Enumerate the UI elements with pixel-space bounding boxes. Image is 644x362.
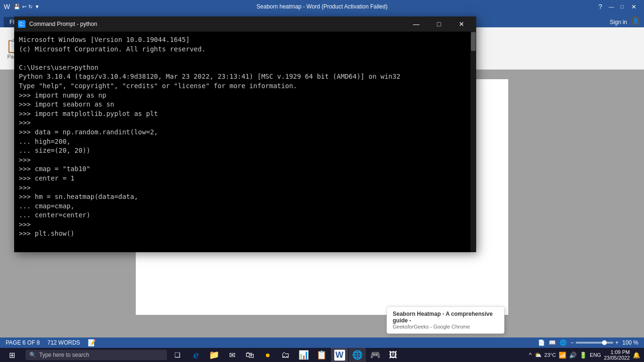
cmd-titlebar-controls: — □ ✕ bbox=[405, 17, 472, 31]
cmd-app-icon: C: bbox=[18, 20, 25, 28]
language-indicator: ENG bbox=[590, 352, 601, 358]
taskbar-app6[interactable]: 📊 bbox=[295, 348, 312, 362]
cmd-body[interactable]: Microsoft Windows [Version 10.0.19044.16… bbox=[14, 32, 476, 252]
status-bar-right: 📄 📖 🌐 − + 100 % bbox=[538, 339, 638, 346]
help-button[interactable]: ? bbox=[596, 3, 605, 10]
window-title: Seaborn heatmap - Word (Product Activati… bbox=[256, 3, 388, 10]
wifi-icon: 📶 bbox=[559, 352, 566, 359]
taskbar-mail[interactable]: ✉ bbox=[223, 348, 240, 362]
cmd-window-title: Command Prompt - python bbox=[29, 21, 97, 27]
taskbar-apps: ℯ 📁 ✉ 🛍 ● 🗂 📊 📋 W 🌐 🎮 bbox=[188, 348, 402, 362]
status-bar-left: PAGE 6 OF 8 712 WORDS 📝 bbox=[6, 339, 96, 346]
taskbar-store[interactable]: 🛍 bbox=[241, 348, 258, 362]
taskbar-app10[interactable]: 🖼 bbox=[385, 348, 402, 362]
taskbar: ⊞ 🔍 Type here to search ❑ ℯ 📁 ✉ 🛍 ● 🗂 📊 bbox=[0, 348, 644, 362]
maximize-button[interactable]: □ bbox=[618, 4, 627, 9]
search-icon: 🔍 bbox=[29, 352, 36, 358]
cmd-maximize-button[interactable]: □ bbox=[428, 17, 450, 31]
view-print-layout[interactable]: 📄 bbox=[538, 339, 545, 346]
tooltip-title: Seaborn Heatmap - A comprehensive guide … bbox=[393, 311, 498, 324]
minimize-button[interactable]: — bbox=[606, 4, 617, 9]
zoom-thumb bbox=[602, 340, 607, 345]
taskbar-chrome[interactable]: ● bbox=[259, 348, 276, 362]
word-taskbar-icon: W bbox=[334, 350, 345, 361]
title-bar-controls: ? — □ ✕ bbox=[596, 3, 644, 10]
cmd-scrollbar[interactable] bbox=[471, 32, 476, 252]
close-button[interactable]: ✕ bbox=[627, 3, 640, 10]
word-count: 712 WORDS bbox=[47, 339, 80, 346]
edge-icon: ℯ bbox=[193, 349, 199, 361]
tooltip-subtitle: GeeksforGeeks - Google Chrome bbox=[393, 324, 498, 329]
taskbar-edge[interactable]: ℯ bbox=[188, 348, 205, 362]
taskbar-word[interactable]: W bbox=[331, 348, 348, 362]
search-placeholder-text: Type here to search bbox=[39, 352, 89, 358]
weather-temp: 23°C bbox=[545, 352, 556, 358]
zoom-out[interactable]: − bbox=[570, 339, 574, 346]
sound-icon: 🔊 bbox=[569, 352, 577, 359]
taskbar-filemanager[interactable]: 🗂 bbox=[277, 348, 294, 362]
taskbar-time-display: 1:09 PM bbox=[604, 349, 630, 355]
app9-icon: 🎮 bbox=[370, 350, 380, 360]
qat-undo[interactable]: ↩ bbox=[22, 4, 26, 10]
zoom-slider[interactable] bbox=[576, 342, 613, 344]
zoom-in[interactable]: + bbox=[615, 339, 619, 346]
filemanager-icon: 🗂 bbox=[281, 350, 290, 360]
cmd-minimize-button[interactable]: — bbox=[405, 17, 427, 31]
page-count: PAGE 6 OF 8 bbox=[6, 339, 40, 346]
chrome2-icon: 🌐 bbox=[352, 350, 363, 360]
taskbar-right: ^ ⛅ 23°C 📶 🔊 🔋 ENG 1:09 PM 23/05/2022 🔔 bbox=[529, 349, 644, 361]
taskbar-app7[interactable]: 📋 bbox=[313, 348, 330, 362]
windows-logo: ⊞ bbox=[9, 351, 15, 360]
taskbar-chrome2[interactable]: 🌐 bbox=[349, 348, 366, 362]
status-bar: PAGE 6 OF 8 712 WORDS 📝 📄 📖 🌐 − + 100 % bbox=[0, 337, 644, 348]
file-explorer-icon: 📁 bbox=[209, 350, 219, 360]
app10-icon: 🖼 bbox=[389, 350, 397, 360]
view-read-mode[interactable]: 📖 bbox=[549, 339, 556, 346]
title-bar-left: W 💾 ↩ ↻ ▼ bbox=[0, 3, 40, 10]
taskbar-app9[interactable]: 🎮 bbox=[367, 348, 384, 362]
task-view-button[interactable]: ❑ bbox=[169, 348, 186, 362]
task-view-icon: ❑ bbox=[174, 351, 181, 359]
start-button[interactable]: ⊞ bbox=[0, 348, 24, 362]
qat-more[interactable]: ▼ bbox=[34, 4, 40, 9]
taskbar-search-bar[interactable]: 🔍 Type here to search bbox=[25, 350, 167, 360]
battery-icon: 🔋 bbox=[579, 352, 587, 359]
qat-save[interactable]: 💾 bbox=[14, 4, 20, 10]
zoom-control: − + 100 % bbox=[570, 339, 638, 346]
app6-icon: 📊 bbox=[298, 350, 309, 360]
user-avatar: 👤 bbox=[631, 16, 640, 25]
mail-icon: ✉ bbox=[229, 351, 235, 360]
app7-icon: 📋 bbox=[316, 350, 327, 360]
chevron-up-icon[interactable]: ^ bbox=[529, 352, 532, 358]
cmd-close-button[interactable]: ✕ bbox=[451, 17, 472, 31]
store-icon: 🛍 bbox=[246, 350, 254, 360]
cmd-titlebar: C: Command Prompt - python — □ ✕ bbox=[14, 16, 476, 32]
view-web-layout[interactable]: 🌐 bbox=[560, 339, 567, 346]
taskbar-clock[interactable]: 1:09 PM 23/05/2022 bbox=[604, 349, 630, 361]
zoom-level: 100 % bbox=[622, 339, 638, 346]
cmd-output: Microsoft Windows [Version 10.0.19044.16… bbox=[19, 35, 471, 239]
qat-redo[interactable]: ↻ bbox=[28, 4, 33, 10]
cmd-titlebar-left: C: Command Prompt - python bbox=[18, 20, 97, 28]
cmd-window: C: Command Prompt - python — □ ✕ Microso… bbox=[14, 16, 476, 252]
language-icon[interactable]: 📝 bbox=[88, 339, 96, 346]
title-bar: W 💾 ↩ ↻ ▼ Seaborn heatmap - Word (Produc… bbox=[0, 0, 644, 13]
weather-icon: ⛅ bbox=[535, 352, 542, 358]
notifications-button[interactable]: 🔔 bbox=[633, 352, 640, 359]
cmd-scrollbar-thumb bbox=[471, 32, 476, 51]
taskbar-file-explorer[interactable]: 📁 bbox=[206, 348, 223, 362]
chrome-icon: ● bbox=[265, 350, 271, 360]
word-icon: W bbox=[2, 3, 12, 10]
taskbar-date-display: 23/05/2022 bbox=[604, 355, 630, 361]
sign-in-button[interactable]: Sign in bbox=[610, 19, 627, 25]
chrome-tooltip: Seaborn Heatmap - A comprehensive guide … bbox=[387, 306, 504, 334]
